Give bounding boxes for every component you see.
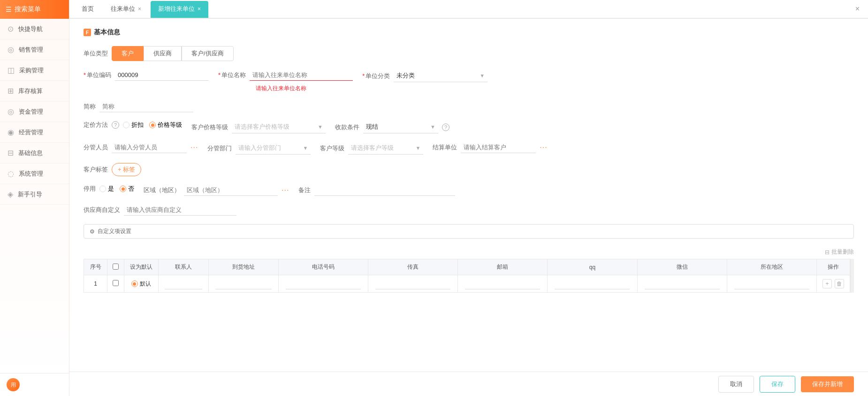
tab-new-partner-label: 新增往来单位 [158, 5, 195, 13]
main-close-button[interactable]: × [852, 5, 863, 13]
supplier-custom-row: 供应商自定义 [84, 204, 854, 216]
pricing-method-label: 定价方法 [84, 121, 108, 129]
tab-new-partner[interactable]: 新增往来单位 × [151, 1, 208, 18]
type-btn-customer[interactable]: 客户 [112, 46, 144, 61]
tab-partner-close[interactable]: × [138, 6, 141, 12]
select-all-checkbox[interactable] [113, 264, 119, 270]
cell-contact[interactable] [158, 275, 208, 293]
tab-new-partner-close[interactable]: × [198, 6, 201, 12]
discount-label: 折扣 [131, 121, 144, 129]
save-new-button[interactable]: 保存并新增 [801, 376, 854, 392]
cell-checkbox[interactable] [107, 275, 124, 293]
cell-email[interactable] [458, 275, 548, 293]
table-row: 1 默认 [84, 275, 850, 293]
col-action: 操作 [817, 259, 850, 275]
billing-unit-input[interactable] [461, 142, 536, 153]
sidebar-item-sales[interactable]: ◎ 销售管理 [0, 39, 69, 60]
tab-bar: 首页 往来单位 × 新增往来单位 × × [69, 0, 868, 19]
tab-home[interactable]: 首页 [74, 1, 101, 18]
pricing-level-radio[interactable]: 价格等级 [149, 121, 182, 129]
region-more-icon[interactable]: ··· [282, 186, 289, 194]
quick-nav-icon: ⊙ [8, 24, 14, 33]
unit-code-field: *单位编码 [84, 70, 209, 81]
unit-type-field: 单位类型 客户 供应商 客户/供应商 [84, 46, 234, 61]
unit-category-label: *单位分类 [362, 72, 390, 80]
col-email: 邮箱 [458, 259, 548, 275]
cancel-button[interactable]: 取消 [718, 376, 754, 393]
sidebar: ☰ 搜索菜单 ⊙ 快捷导航 ◎ 销售管理 ◫ 采购管理 ⊞ 库存核算 ◎ 资金管… [0, 0, 69, 396]
row-default-radio[interactable]: 默认 [129, 280, 153, 288]
customer-price-label: 客户价格等级 [191, 123, 228, 132]
cell-qq[interactable] [548, 275, 637, 293]
contact-table: 序号 设为默认 联系人 到货地址 电话号码 传真 邮箱 qq 微信 [84, 259, 850, 293]
cell-default: 默认 [124, 275, 159, 293]
billing-unit-label: 结算单位 [433, 143, 457, 152]
unit-code-input[interactable] [115, 70, 209, 81]
disabled-no-radio[interactable]: 否 [120, 185, 134, 193]
unit-name-input[interactable] [250, 70, 353, 81]
address-input[interactable] [215, 278, 272, 289]
wechat-input[interactable] [645, 278, 720, 289]
add-tag-button[interactable]: + 标签 [112, 163, 141, 176]
sidebar-header-label[interactable]: 搜索菜单 [15, 5, 41, 14]
sidebar-item-system[interactable]: ◌ 系统管理 [0, 163, 69, 184]
operations-icon: ◉ [8, 128, 14, 137]
manager-input[interactable] [112, 142, 187, 153]
payment-terms-chevron-icon: ▼ [430, 124, 435, 130]
sidebar-item-operations[interactable]: ◉ 经营管理 [0, 122, 69, 143]
payment-terms-select[interactable]: 现结 ▼ [363, 121, 438, 133]
cell-phone[interactable] [278, 275, 368, 293]
sidebar-item-label: 资金管理 [19, 108, 43, 116]
billing-more-icon[interactable]: ··· [540, 143, 547, 152]
col-checkbox[interactable] [107, 259, 124, 275]
pricing-discount-radio[interactable]: 折扣 [123, 121, 144, 129]
type-btn-supplier[interactable]: 供应商 [144, 46, 182, 61]
unit-category-select[interactable]: 未分类 ▼ [394, 70, 487, 82]
delete-row-button[interactable]: 🗑 [835, 279, 844, 288]
department-field: 分管部门 请输入分管部门 ▼ [207, 142, 311, 155]
unit-category-field: *单位分类 未分类 ▼ [362, 70, 487, 82]
cell-wechat[interactable] [637, 275, 727, 293]
fax-input[interactable] [375, 278, 450, 289]
sidebar-item-purchase[interactable]: ◫ 采购管理 [0, 60, 69, 81]
pricing-help-icon[interactable]: ? [112, 121, 119, 129]
qq-input[interactable] [555, 278, 630, 289]
sidebar-item-inventory[interactable]: ⊞ 库存核算 [0, 81, 69, 101]
customer-level-select[interactable]: 请选择客户等级 ▼ [348, 142, 423, 155]
customer-price-chevron-icon: ▼ [318, 124, 323, 130]
sidebar-item-guide[interactable]: ◈ 新手引导 [0, 184, 69, 205]
type-btn-both[interactable]: 客户/供应商 [182, 46, 234, 61]
batch-delete-button[interactable]: ⊟ 批量删除 [825, 248, 854, 256]
sidebar-item-quick-nav[interactable]: ⊙ 快捷导航 [0, 19, 69, 39]
cell-fax[interactable] [368, 275, 457, 293]
row-checkbox[interactable] [113, 280, 119, 286]
short-name-input[interactable] [99, 101, 193, 112]
add-row-button[interactable]: + [822, 279, 832, 288]
unit-code-label: *单位编码 [84, 71, 111, 79]
sidebar-item-basic-info[interactable]: ⊟ 基础信息 [0, 143, 69, 163]
manager-row: 分管人员 ··· 分管部门 请输入分管部门 ▼ 客户等级 请选择客户等级 ▼ [84, 142, 854, 155]
region-input[interactable] [184, 185, 278, 196]
contact-input[interactable] [165, 278, 202, 289]
customer-tag-field: 客户标签 + 标签 [84, 163, 141, 176]
payment-help-icon[interactable]: ? [442, 124, 449, 131]
save-button[interactable]: 保存 [760, 376, 795, 393]
cell-address[interactable] [208, 275, 278, 293]
sidebar-item-label: 基础信息 [18, 149, 43, 157]
table-scrollbar[interactable] [850, 259, 854, 293]
cell-region[interactable] [727, 275, 816, 293]
manager-field: 分管人员 ··· [84, 142, 198, 153]
table-region-input[interactable] [734, 278, 809, 289]
remarks-input[interactable] [314, 185, 455, 196]
tab-partner[interactable]: 往来单位 × [103, 1, 149, 18]
customer-price-select[interactable]: 请选择客户价格等级 ▼ [232, 121, 326, 133]
email-input[interactable] [465, 278, 540, 289]
manager-more-icon[interactable]: ··· [190, 143, 198, 152]
sidebar-item-finance[interactable]: ◎ 资金管理 [0, 101, 69, 122]
disabled-yes-radio[interactable]: 是 [99, 185, 114, 193]
department-select[interactable]: 请输入分管部门 ▼ [236, 142, 311, 155]
supplier-custom-input[interactable] [124, 204, 236, 216]
billing-unit-field: 结算单位 ··· [433, 142, 547, 153]
custom-settings-button[interactable]: ⚙ 自定义项设置 [84, 224, 854, 239]
phone-input[interactable] [286, 278, 361, 289]
